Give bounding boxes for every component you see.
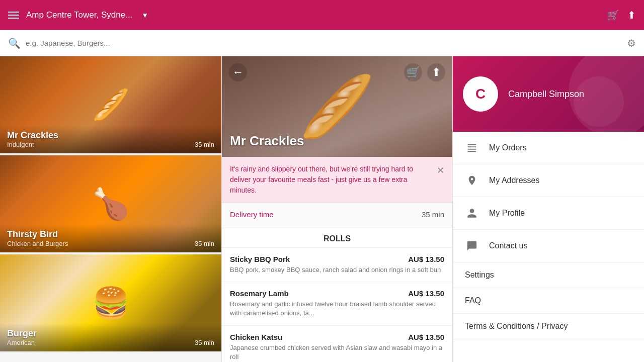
card-subtitle-3: American <box>7 339 214 346</box>
sidebar-item-my-profile[interactable]: My Profile <box>453 197 644 230</box>
left-panel: 🥖 Mr Crackles Indulgent 35 min 🍗 Thirsty… <box>0 56 221 362</box>
menu-item-top: Sticky BBQ Pork AU$ 13.50 <box>230 255 444 263</box>
sidebar-item-label: Settings <box>465 270 494 279</box>
section-title: ROLLS <box>222 226 452 248</box>
svg-rect-1 <box>468 146 476 147</box>
person-icon <box>465 206 479 220</box>
menu-item-price: AU$ 13.50 <box>408 333 444 341</box>
restaurant-hero-title: Mr Crackles <box>230 133 304 149</box>
notice-banner: It's rainy and slippery out there, but w… <box>222 157 452 203</box>
header-right: 🛒 ⬆ <box>607 9 636 21</box>
user-name: Campbell Simpson <box>508 89 584 100</box>
card-name-3: Burger <box>7 328 214 339</box>
menu-item-price: AU$ 13.50 <box>408 255 444 263</box>
delivery-row: Delivery time 35 min <box>222 203 452 226</box>
search-input[interactable] <box>26 39 627 47</box>
right-drawer: C Campbell Simpson My Orders My Addresse… <box>453 56 644 362</box>
drawer-header: C Campbell Simpson <box>453 56 644 132</box>
menu-icon[interactable] <box>8 10 19 21</box>
menu-item-top: Chicken Katsu AU$ 13.50 <box>230 333 444 341</box>
pin-icon <box>465 173 479 188</box>
location-text[interactable]: Amp Centre Tower, Sydne... <box>26 10 132 20</box>
drawer-menu: My Orders My Addresses My Profile <box>453 132 644 362</box>
search-icon: 🔍 <box>8 37 21 49</box>
sidebar-item-label: FAQ <box>465 296 481 305</box>
search-bar: 🔍 ⚙ <box>0 30 644 56</box>
card-overlay-1: Mr Crackles Indulgent <box>0 125 221 153</box>
sidebar-item-faq[interactable]: FAQ <box>453 288 644 314</box>
menu-item-name: Sticky BBQ Pork <box>230 255 290 263</box>
notice-text: It's rainy and slippery out there, but w… <box>230 164 432 196</box>
middle-panel: 🥖 ← 🛒 ⬆ Mr Crackles It's rainy and slipp… <box>221 56 453 362</box>
avatar: C <box>463 76 498 112</box>
chevron-down-icon[interactable]: ▼ <box>141 11 148 19</box>
hero-nav: ← 🛒 ⬆ <box>229 63 445 81</box>
restaurant-card-mr-crackles[interactable]: 🥖 Mr Crackles Indulgent 35 min <box>0 56 221 153</box>
restaurant-hero: 🥖 ← 🛒 ⬆ Mr Crackles <box>222 56 452 157</box>
card-time-1: 35 min <box>195 141 214 148</box>
sidebar-item-label: My Addresses <box>489 176 539 185</box>
card-subtitle-1: Indulgent <box>7 141 214 148</box>
card-overlay-2: Thirsty Bird Chicken and Burgers <box>0 224 221 252</box>
chat-icon <box>465 239 479 253</box>
hero-share-icon[interactable]: ⬆ <box>427 63 445 81</box>
main-content: 🥖 Mr Crackles Indulgent 35 min 🍗 Thirsty… <box>0 56 644 362</box>
back-button[interactable]: ← <box>229 63 247 81</box>
sidebar-item-my-addresses[interactable]: My Addresses <box>453 164 644 197</box>
sidebar-item-settings[interactable]: Settings <box>453 262 644 288</box>
svg-rect-2 <box>468 149 476 150</box>
header-left: Amp Centre Tower, Sydne... ▼ <box>8 10 607 21</box>
menu-item-sticky-bbq[interactable]: Sticky BBQ Pork AU$ 13.50 BBQ pork, smok… <box>222 248 452 282</box>
menu-item-rosemary-lamb[interactable]: Rosemary Lamb AU$ 13.50 Rosemary and gar… <box>222 282 452 325</box>
sidebar-item-label: My Profile <box>489 209 525 218</box>
menu-item-name: Chicken Katsu <box>230 333 282 341</box>
menu-item-name: Rosemary Lamb <box>230 289 289 298</box>
cart-icon[interactable]: 🛒 <box>607 9 619 21</box>
menu-item-price: AU$ 13.50 <box>408 289 444 298</box>
menu-item-chicken-katsu[interactable]: Chicken Katsu AU$ 13.50 Japanese crumbed… <box>222 326 452 362</box>
restaurant-card-burger[interactable]: 🍔 Burger American 35 min <box>0 254 221 351</box>
drawer-bg-circle2 <box>574 76 624 127</box>
card-name-1: Mr Crackles <box>7 130 214 141</box>
hero-cart-icon[interactable]: 🛒 <box>404 63 422 81</box>
list-icon <box>465 141 479 155</box>
card-subtitle-2: Chicken and Burgers <box>7 240 214 247</box>
restaurant-card-thirsty-bird[interactable]: 🍗 Thirsty Bird Chicken and Burgers 35 mi… <box>0 155 221 252</box>
sidebar-item-contact-us[interactable]: Contact us <box>453 230 644 262</box>
menu-item-desc: Japanese crumbed chicken served with Asi… <box>230 343 444 361</box>
card-time-3: 35 min <box>195 339 214 346</box>
menu-item-desc: BBQ pork, smokey BBQ sauce, ranch salad … <box>230 265 444 275</box>
sidebar-item-terms[interactable]: Terms & Conditions / Privacy <box>453 314 644 339</box>
delivery-label: Delivery time <box>230 210 274 219</box>
menu-item-desc: Rosemary and garlic infused twelve hour … <box>230 300 444 318</box>
svg-rect-3 <box>468 151 476 152</box>
app-header: Amp Centre Tower, Sydne... ▼ 🛒 ⬆ <box>0 0 644 30</box>
card-time-2: 35 min <box>195 240 214 247</box>
sidebar-item-my-orders[interactable]: My Orders <box>453 132 644 164</box>
sidebar-item-label: Contact us <box>489 241 527 250</box>
notice-close-button[interactable]: ✕ <box>437 165 444 176</box>
menu-item-top: Rosemary Lamb AU$ 13.50 <box>230 289 444 298</box>
sidebar-item-label: Terms & Conditions / Privacy <box>465 322 568 330</box>
card-name-2: Thirsty Bird <box>7 229 214 240</box>
share-icon[interactable]: ⬆ <box>627 9 636 21</box>
sidebar-item-label: My Orders <box>489 143 527 152</box>
card-overlay-3: Burger American <box>0 323 221 351</box>
filter-icon[interactable]: ⚙ <box>627 37 636 49</box>
delivery-time-value: 35 min <box>422 210 444 219</box>
svg-rect-0 <box>468 144 476 145</box>
